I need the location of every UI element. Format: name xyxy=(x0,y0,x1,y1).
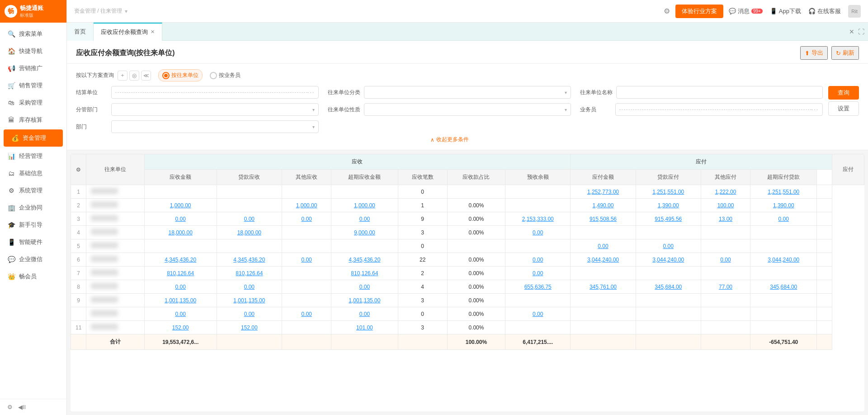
tab-close-window-icon[interactable]: ✕ xyxy=(849,28,854,35)
tab-close-icon[interactable]: ✕ xyxy=(151,29,155,35)
recv-overdue-cell[interactable]: 0.00 xyxy=(331,280,398,294)
partner-name-input[interactable] xyxy=(616,86,823,99)
settlement-unit-input[interactable]: ··· xyxy=(111,86,319,99)
pay-loan-cell[interactable]: 0.00 xyxy=(636,239,701,253)
pay-overdue-cell[interactable]: 3,044,240.00 xyxy=(750,253,817,267)
pay-loan-cell[interactable]: 345,684.00 xyxy=(636,280,701,294)
solution-button[interactable]: 体验行业方案 xyxy=(675,5,723,18)
target-filter-btn[interactable]: ◎ xyxy=(129,71,139,81)
sidebar-item-operation[interactable]: 📊 经营管理 xyxy=(0,148,66,165)
recv-overdue-cell[interactable]: 810,126.64 xyxy=(331,267,398,280)
header-gear-icon[interactable]: ⚙ xyxy=(664,7,670,15)
customer-service-btn[interactable]: 🎧 在线客服 xyxy=(808,7,841,15)
pay-amount-cell[interactable]: 3,044,240.00 xyxy=(571,253,636,267)
pay-amount-cell[interactable]: 915,508.56 xyxy=(571,212,636,226)
dept-manager-input[interactable]: ▾ xyxy=(111,103,319,116)
query-button[interactable]: 查询 xyxy=(828,86,859,100)
recv-loan-cell[interactable]: 152.00 xyxy=(217,321,282,334)
recv-overdue-cell[interactable]: 9,000.00 xyxy=(331,226,398,239)
prepay-balance-cell[interactable]: 2,153,333.00 xyxy=(505,212,571,226)
prepay-balance-cell[interactable]: 655,636.75 xyxy=(505,280,571,294)
tab-home[interactable]: 首页 xyxy=(67,23,94,41)
pay-overdue-cell[interactable]: 1,251,551.00 xyxy=(750,185,817,199)
recv-amount-cell[interactable]: 1,000.00 xyxy=(144,199,217,212)
export-button[interactable]: ⬆ 导出 xyxy=(800,46,828,60)
recv-other-cell[interactable]: 0.00 xyxy=(282,212,331,226)
sidebar-item-wechat[interactable]: 💬 企业微信 xyxy=(0,251,66,268)
recv-other-cell[interactable]: 0.00 xyxy=(282,253,331,267)
sidebar-item-purchase[interactable]: 🛍 采购管理 xyxy=(0,94,66,111)
dept-input[interactable]: ▾ xyxy=(111,120,319,133)
sidebar-item-search[interactable]: 🔍 搜索菜单 xyxy=(0,25,66,43)
pay-amount-cell[interactable]: 0.00 xyxy=(571,239,636,253)
pay-amount-cell[interactable]: 1,252,773.00 xyxy=(571,185,636,199)
tab-query[interactable]: 应收应付余额查询 ✕ xyxy=(94,23,162,41)
pay-other-cell[interactable]: 1,222.00 xyxy=(701,185,750,199)
recv-loan-cell[interactable]: 810,126.64 xyxy=(217,267,282,280)
refresh-button[interactable]: ↻ 刷新 xyxy=(831,46,859,60)
recv-loan-cell[interactable]: 1,001,135.00 xyxy=(217,294,282,307)
recv-loan-cell[interactable]: 0.00 xyxy=(217,212,282,226)
pay-amount-cell[interactable]: 345,761.00 xyxy=(571,280,636,294)
recv-other-cell[interactable]: 0.00 xyxy=(282,307,331,321)
partner-category-input[interactable]: ▾ xyxy=(364,86,571,99)
prepay-balance-cell[interactable]: 0.00 xyxy=(505,253,571,267)
footer-settings-btn[interactable]: ⚙ xyxy=(7,404,13,410)
table-settings-header[interactable]: ⚙ xyxy=(71,154,86,185)
recv-overdue-cell[interactable]: 1,000.00 xyxy=(331,199,398,212)
prepay-balance-cell[interactable]: 0.00 xyxy=(505,307,571,321)
recv-overdue-cell[interactable]: 0.00 xyxy=(331,307,398,321)
sidebar-item-enterprise[interactable]: 🏢 企业协同 xyxy=(0,199,66,216)
recv-loan-cell[interactable]: 0.00 xyxy=(217,280,282,294)
recv-amount-cell[interactable]: 18,000.00 xyxy=(144,226,217,239)
recv-amount-cell[interactable]: 4,345,436.20 xyxy=(144,253,217,267)
pay-loan-cell[interactable]: 1,390.00 xyxy=(636,199,701,212)
recv-loan-cell[interactable]: 18,000.00 xyxy=(217,226,282,239)
app-download-btn[interactable]: 📱 App下载 xyxy=(770,7,801,15)
pay-overdue-cell[interactable]: 0.00 xyxy=(750,212,817,226)
pay-loan-cell[interactable]: 3,044,240.00 xyxy=(636,253,701,267)
sidebar-item-basic[interactable]: 🗂 基础信息 xyxy=(0,165,66,182)
pay-overdue-cell[interactable]: 345,684.00 xyxy=(750,280,817,294)
pay-amount-cell[interactable]: 1,490.00 xyxy=(571,199,636,212)
footer-collapse-btn[interactable]: ◀II xyxy=(18,404,26,410)
sidebar-item-guide[interactable]: 🎓 新手引导 xyxy=(0,216,66,234)
salesperson-input[interactable]: ··· xyxy=(615,103,823,116)
filter-option-partner[interactable]: 按往来单位 xyxy=(158,69,203,81)
sidebar-item-hardware[interactable]: 📱 智能硬件 xyxy=(0,234,66,251)
recv-overdue-cell[interactable]: 1,001,135.00 xyxy=(331,294,398,307)
less-filter-btn[interactable]: ≪ xyxy=(141,71,151,81)
user-avatar[interactable]: Rit xyxy=(848,5,861,18)
pay-other-cell[interactable]: 13.00 xyxy=(701,212,750,226)
pay-other-cell[interactable]: 100.00 xyxy=(701,199,750,212)
pay-overdue-cell[interactable]: 1,390.00 xyxy=(750,199,817,212)
recv-amount-cell[interactable]: 0.00 xyxy=(144,307,217,321)
sidebar-item-sales[interactable]: 🛒 销售管理 xyxy=(0,77,66,94)
pay-other-cell[interactable]: 77.00 xyxy=(701,280,750,294)
sidebar-item-system[interactable]: ⚙ 系统管理 xyxy=(0,182,66,199)
partner-nature-input[interactable]: ▾ xyxy=(364,103,571,116)
recv-amount-cell[interactable]: 0.00 xyxy=(144,280,217,294)
prepay-balance-cell[interactable]: 0.00 xyxy=(505,226,571,239)
sidebar-item-quicknav[interactable]: 🏠 快捷导航 xyxy=(0,43,66,60)
recv-loan-cell[interactable]: 4,345,436.20 xyxy=(217,253,282,267)
recv-overdue-cell[interactable]: 101.00 xyxy=(331,321,398,334)
pay-loan-cell[interactable]: 1,251,551.00 xyxy=(636,185,701,199)
sidebar-item-member[interactable]: 👑 畅会员 xyxy=(0,268,66,285)
add-filter-btn[interactable]: ＋ xyxy=(118,71,127,81)
prepay-balance-cell[interactable]: 0.00 xyxy=(505,267,571,280)
recv-amount-cell[interactable]: 0.00 xyxy=(144,212,217,226)
recv-amount-cell[interactable]: 810,126.64 xyxy=(144,267,217,280)
recv-other-cell[interactable]: 1,000.00 xyxy=(282,199,331,212)
message-btn[interactable]: 💬 消息 99+ xyxy=(729,7,763,15)
collapse-button[interactable]: ∧ 收起更多条件 xyxy=(76,133,823,144)
tab-expand-icon[interactable]: ⛶ xyxy=(858,28,864,35)
recv-overdue-cell[interactable]: 0.00 xyxy=(331,212,398,226)
sidebar-item-warehouse[interactable]: 🏛 库存核算 xyxy=(0,111,66,129)
pay-other-cell[interactable]: 0.00 xyxy=(701,253,750,267)
sidebar-item-marketing[interactable]: 📢 营销推广 xyxy=(0,60,66,77)
recv-amount-cell[interactable]: 152.00 xyxy=(144,321,217,334)
recv-overdue-cell[interactable]: 4,345,436.20 xyxy=(331,253,398,267)
settings-button[interactable]: 设置 xyxy=(828,101,859,116)
pay-loan-cell[interactable]: 915,495.56 xyxy=(636,212,701,226)
